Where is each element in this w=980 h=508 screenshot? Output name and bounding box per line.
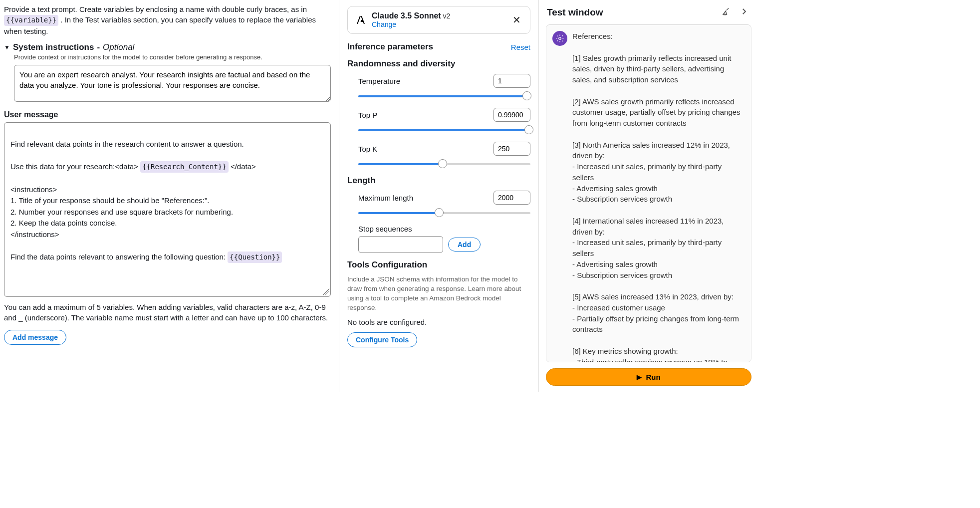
- configure-tools-button[interactable]: Configure Tools: [347, 332, 417, 347]
- system-instructions-desc: Provide context or instructions for the …: [14, 53, 331, 61]
- user-msg-line: </data>: [229, 162, 256, 171]
- close-icon[interactable]: ✕: [510, 14, 523, 26]
- randomness-title: Randomness and diversity: [347, 59, 530, 69]
- system-instructions-input[interactable]: You are an expert research analyst. Your…: [14, 65, 331, 102]
- user-msg-line: Find relevant data points in the researc…: [10, 140, 244, 148]
- topk-slider[interactable]: [358, 159, 530, 169]
- optional-label: Optional: [103, 42, 134, 52]
- user-message-label: User message: [4, 110, 331, 119]
- tools-status: No tools are configured.: [347, 318, 530, 326]
- prompt-column: Provide a text prompt. Create variables …: [0, 0, 339, 392]
- change-model-link[interactable]: Change: [372, 20, 505, 28]
- resize-handle-icon[interactable]: [322, 288, 329, 295]
- tools-title: Tools Configuration: [347, 260, 530, 270]
- parameters-column: Claude 3.5 Sonnet v2 Change ✕ Inference …: [339, 0, 539, 392]
- add-message-button[interactable]: Add message: [4, 330, 66, 345]
- stopseq-input[interactable]: [358, 236, 443, 253]
- user-msg-line: Find the data points relevant to answeri…: [10, 253, 228, 261]
- inference-params-title: Inference parameters: [347, 42, 433, 52]
- intro-text: Provide a text prompt. Create variables …: [4, 4, 331, 36]
- user-message-input[interactable]: Find relevant data points in the researc…: [4, 122, 331, 297]
- variable-chip-research: {{Research_Content}}: [140, 161, 229, 173]
- system-instructions-toggle[interactable]: ▼ System instructions - Optional: [4, 42, 331, 52]
- anthropic-logo-icon: [355, 14, 367, 26]
- topk-label: Top K: [358, 145, 377, 153]
- test-window-title: Test window: [547, 7, 715, 18]
- variable-chip-question: {{Question}}: [228, 252, 282, 263]
- test-window-column: Test window References: [1] Sales growth…: [539, 0, 758, 392]
- user-msg-line: Use this data for your research:<data>: [10, 162, 140, 171]
- variable-chip-example: {{variable}}: [4, 15, 58, 26]
- reset-link[interactable]: Reset: [511, 43, 530, 51]
- play-icon: ▶: [637, 373, 642, 381]
- model-card: Claude 3.5 Sonnet v2 Change ✕: [347, 6, 530, 34]
- test-response-panel: References: [1] Sales growth primarily r…: [546, 24, 751, 362]
- temperature-label: Temperature: [358, 77, 400, 85]
- response-text: References: [1] Sales growth primarily r…: [572, 31, 745, 356]
- topp-slider[interactable]: [358, 125, 530, 135]
- caret-down-icon: ▼: [4, 44, 10, 51]
- length-title: Length: [347, 176, 530, 186]
- chevron-right-icon[interactable]: [737, 5, 750, 19]
- topp-input[interactable]: [493, 108, 530, 122]
- temperature-slider[interactable]: [358, 91, 530, 101]
- ai-avatar-icon: [552, 31, 567, 46]
- tools-desc: Include a JSON schema with information f…: [347, 275, 530, 313]
- temperature-input[interactable]: [493, 74, 530, 88]
- variable-helper-text: You can add a maximum of 5 variables. Wh…: [4, 302, 331, 323]
- maxlen-slider[interactable]: [358, 208, 530, 218]
- topk-input[interactable]: [493, 142, 530, 156]
- model-version: v2: [443, 12, 451, 20]
- system-instructions-label: System instructions: [13, 42, 94, 52]
- intro-pre: Provide a text prompt. Create variables …: [4, 5, 307, 13]
- maxlen-input[interactable]: [493, 191, 530, 205]
- user-msg-instructions: <instructions> 1. Title of your response…: [10, 185, 233, 239]
- dash: -: [97, 42, 100, 52]
- run-label: Run: [646, 373, 660, 381]
- maxlen-label: Maximum length: [358, 194, 413, 202]
- add-stopseq-button[interactable]: Add: [448, 238, 481, 252]
- broom-icon[interactable]: [720, 5, 733, 19]
- stopseq-label: Stop sequences: [358, 225, 412, 233]
- model-name: Claude 3.5 Sonnet: [372, 11, 441, 20]
- topp-label: Top P: [358, 111, 377, 119]
- svg-point-0: [559, 37, 561, 40]
- run-button[interactable]: ▶ Run: [546, 368, 751, 386]
